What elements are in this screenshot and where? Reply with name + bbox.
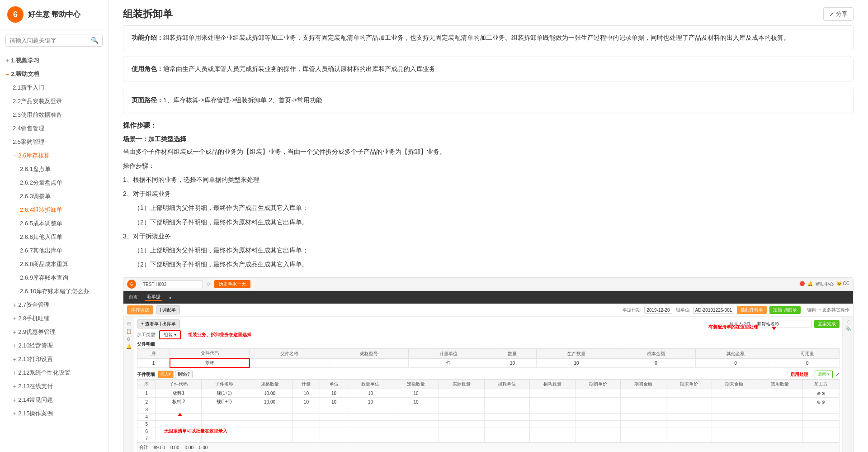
sidebar-item-s2_6_9[interactable]: 2.6.9库存账本查询 [0,271,108,285]
ss-bill-label: 组单位 [676,307,689,313]
ss-enable-btn[interactable]: 启用 ▾ [815,371,833,378]
search-icon[interactable]: 🔍 [91,37,99,44]
sidebar-item-s2_7[interactable]: +2.7资金管理 [0,298,108,312]
ss-cell-parent-name [250,358,329,367]
th-measure: 计量 [292,380,320,389]
ss-expand-icon: ⤢ [835,371,840,377]
ss-col-other: 其他金额 [696,349,775,359]
sidebar-item-s2_2[interactable]: 2.2产品安装及登录 [0,95,108,108]
ss-col-qty: 数量 [488,349,537,359]
ss-apply-btn[interactable]: 立案完成 [814,320,840,328]
ss-lower-table-title: 子件明细 [137,371,155,378]
top-bar: 组装拆卸单 ↗ 分享 [108,0,868,25]
sidebar-item-label: 2.6.7其他出库单 [20,247,62,255]
sidebar-item-s2_12[interactable]: +2.12系统个性化设置 [0,366,108,380]
ss-lower-btns: 插入▾ 删除行 [158,371,193,378]
ss-help-icon: 帮助中心 [816,281,834,287]
ss-warehouse-input [781,322,808,327]
sidebar-item-s2_1[interactable]: 2.1新手入门 [0,81,108,95]
table-row: 4 [137,414,840,421]
step3: 3、对于拆装业务 [123,231,854,242]
ss-nav-new[interactable]: 新单据 [145,294,162,301]
sidebar-item-label: 2.6.6其他入库单 [20,233,62,241]
ann-arrow-bom [772,327,776,330]
sidebar-item-label: 2.4销售管理 [13,124,44,133]
ss-tab-inventory[interactable]: 库存调拨 [127,305,153,314]
ss-cell-unit: 件 [409,358,488,367]
ss-tab-new-doc[interactable]: | 调配单 [156,305,180,314]
table-row: 3 [137,406,840,414]
sidebar-item-s2_8[interactable]: +2.8手机旺铺 [0,312,108,325]
share-button[interactable]: ↗ 分享 [823,7,854,21]
ss-warehouse-field[interactable]: 有货站名称 [754,320,811,328]
sidebar-item-s2_5[interactable]: 2.5采购管理 [0,135,108,149]
ss-col-parent-code: 父件代码 [170,349,250,359]
role-text: 通常由生产人员或库管人员完成拆装业务的操作，库管人员确认原材料的出库和产成品的入… [163,65,435,72]
ann-batch-label: 无固定清单可以批量在这里录入 [164,428,227,434]
sidebar-item-s2_4[interactable]: 2.4销售管理 [0,122,108,135]
sidebar-item-s2_6_10[interactable]: 2.6.10库存账本错了怎么办 [0,285,108,298]
sidebar-item-s2_6_8[interactable]: 2.6.8商品成本重算 [0,257,108,271]
sidebar-item-label: 2.5采购管理 [13,138,44,146]
ss-cell-other: 0 [696,358,775,367]
sidebar-item-s2_15[interactable]: +2.15操作案例 [0,407,108,420]
ss-lower-table: 序 子件代码 子件名称 规格数量 计量 单位 数量单位 定额数量 实际数量 [137,379,840,442]
search-box[interactable]: 🔍 [5,34,103,47]
sidebar-item-s2_11[interactable]: +2.11打印设置 [0,352,108,366]
sidebar-item-s1[interactable]: +1.视频学习 [0,54,108,67]
ss-right-icons: ⤢ 📎 [842,317,853,452]
sidebar-item-s2_6_5[interactable]: 2.6.5成本调整单 [0,217,108,230]
sidebar-item-s2_6[interactable]: −2.6库存核算 [0,149,108,162]
ss-confirm-btn[interactable]: 定额 调前录 [769,306,801,314]
sidebar-item-label: 2.15操作案例 [18,409,53,418]
ss-select-bom-btn[interactable]: 选配件料单 [737,306,767,314]
sidebar-item-s2_13[interactable]: +2.13在线支付 [0,380,108,393]
sidebar-item-s2_6_1[interactable]: 2.6.1盘点单 [0,162,108,176]
plus-icon: + [5,57,9,64]
th-unit: 单位 [320,380,348,389]
sidebar-item-s2_9[interactable]: +2.9优惠券管理 [0,325,108,339]
sidebar: 6 好生意 帮助中心 🔍 +1.视频学习−2.帮助文档2.1新手入门2.2产品安… [0,0,108,452]
sidebar-item-s2_3[interactable]: 2.3使用前数据准备 [0,108,108,122]
sidebar-item-s2_6_7[interactable]: 2.6.7其他出库单 [0,244,108,257]
step3-1: （1）上部明细为父件明细，最终作为原材料生成其它出库单； [123,245,854,256]
sidebar-item-s2_6_3[interactable]: 2.6.3调拨单 [0,190,108,203]
sidebar-item-label: 2.9优惠券管理 [18,328,56,336]
app-logo: 6 [7,6,24,23]
ss-lower-toolbar: 子件明细 插入▾ 删除行 启用处理 启用 ▾ ⤢ [137,371,840,378]
ss-url-bar: TEST-H002 [140,281,203,288]
ss-nav-home[interactable]: 自页 [127,294,140,300]
func-intro-text: 组装拆卸单用来处理企业组装或拆卸等加工业务，支持有固定装配清单的产品加工业务，也… [163,34,790,41]
plus-icon: + [13,356,16,363]
ss-footer-v3: 0.00 [185,445,193,450]
plus-icon: + [13,396,16,404]
step2-1: （1）上部明细为父件明细，最终作为产成品生成其它入库单； [123,202,854,214]
search-input[interactable] [9,37,91,44]
sidebar-item-label: 2.6.3调拨单 [20,192,51,200]
ss-btn-view[interactable]: + 查看单 | 出库单 [137,319,180,328]
sidebar-item-s2_6_6[interactable]: 2.6.6其他入库单 [0,230,108,244]
ss-nav: 自页 新单据 ▸ [123,291,853,304]
plus-icon: + [13,383,16,390]
ss-nav-other[interactable]: ▸ [168,295,174,300]
ss-lower-btn2[interactable]: 删除行 [175,371,193,378]
app-title: 好生意 帮助中心 [28,10,80,19]
sidebar-item-label: 2.13在线支付 [18,382,53,390]
ss-type-selector[interactable]: 组装 ▾ [159,330,181,339]
minus-icon: − [5,71,9,78]
sidebar-item-label: 2.6.10库存账本错了怎么办 [20,287,89,295]
sidebar-item-s2_10[interactable]: +2.10经营管理 [0,339,108,352]
sidebar-item-label: 2.12系统个性化设置 [18,369,71,377]
ss-footer-row: 合计 89.00 0.00 0.00 0.00 [137,442,840,452]
ss-col-spec: 规格型号 [329,349,409,359]
ss-new-doc-btn[interactable]: 历史单据一天 [214,280,250,288]
sidebar-item-s2_6_4[interactable]: 2.6.4组装拆卸单 [0,203,108,217]
sidebar-item-s2[interactable]: −2.帮助文档 [0,67,108,81]
plus-icon: + [13,342,16,349]
ss-col-parent-name: 父件名称 [250,349,329,359]
sidebar-item-s2_6_2[interactable]: 2.6.2分量盘点单 [0,176,108,190]
sidebar-item-label: 2.3使用前数据准备 [13,111,62,119]
main-content: 组装拆卸单 ↗ 分享 功能介绍：组装拆卸单用来处理企业组装或拆卸等加工业务，支持… [108,0,868,452]
ss-lower-btn1[interactable]: 插入▾ [158,371,174,378]
sidebar-item-s2_14[interactable]: +2.14常见问题 [0,393,108,407]
